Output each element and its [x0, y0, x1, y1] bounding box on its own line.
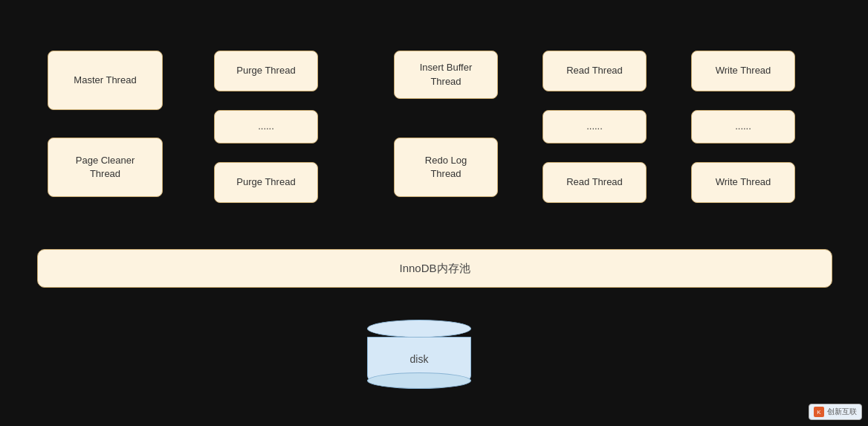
read-thread-2: Read Thread — [542, 162, 647, 203]
disk-bottom-ellipse — [367, 372, 471, 389]
read-thread-1: Read Thread — [542, 51, 647, 91]
dots-purge: ...... — [214, 110, 318, 143]
dots-write: ...... — [691, 110, 795, 143]
redo-log-thread: Redo LogThread — [394, 138, 498, 197]
page-cleaner-thread: Page CleanerThread — [48, 138, 163, 197]
disk-body: disk — [367, 337, 471, 381]
dots-read: ...... — [542, 110, 647, 143]
purge-thread-1: Purge Thread — [214, 51, 318, 91]
purge-thread-2: Purge Thread — [214, 162, 318, 203]
master-thread: Master Thread — [48, 51, 163, 110]
innodb-bar-label: InnoDB内存池 — [399, 262, 470, 276]
watermark-icon: K — [814, 407, 824, 417]
write-thread-1: Write Thread — [691, 51, 795, 91]
disk-container: disk — [367, 320, 471, 381]
main-canvas: InnoDB内存池 disk K 创新互联 Master ThreadPage … — [0, 0, 868, 426]
watermark: K 创新互联 — [809, 404, 862, 420]
disk-label: disk — [410, 353, 429, 365]
watermark-text: 创新互联 — [827, 407, 857, 417]
innodb-bar: InnoDB内存池 — [37, 249, 832, 288]
disk-top — [367, 320, 471, 338]
insert-buffer-thread: Insert BufferThread — [394, 51, 498, 99]
write-thread-2: Write Thread — [691, 162, 795, 203]
